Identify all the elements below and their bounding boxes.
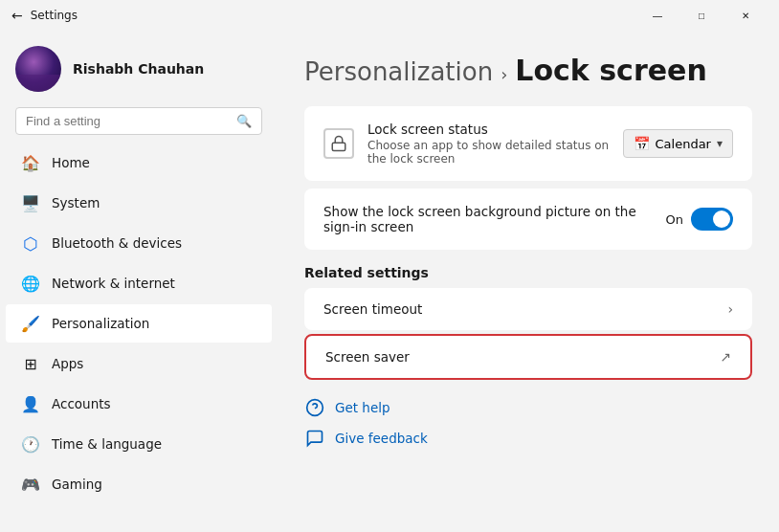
personalization-icon: 🖌️	[21, 314, 40, 333]
titlebar-controls: — □ ✕	[635, 0, 768, 31]
titlebar-left: ← Settings	[11, 8, 78, 23]
content-area: Personalization › Lock screen Lock scree…	[278, 31, 779, 532]
minimize-button[interactable]: —	[635, 0, 679, 31]
external-link-icon: ↗	[720, 349, 731, 365]
sidebar-item-home[interactable]: 🏠 Home	[6, 144, 272, 182]
toggle-label: On	[666, 212, 683, 227]
page-header: Personalization › Lock screen	[304, 54, 752, 87]
sidebar-item-system[interactable]: 🖥️ System	[6, 184, 272, 222]
sign-in-card: Show the lock screen background picture …	[304, 188, 752, 250]
sidebar-item-label: Network & internet	[52, 276, 175, 291]
give-feedback-link[interactable]: Give feedback	[304, 426, 752, 451]
toggle-container: On	[666, 208, 733, 231]
sidebar-item-label: System	[52, 195, 100, 211]
calendar-label: Calendar	[656, 137, 711, 151]
sidebar-item-bluetooth[interactable]: ⬡ Bluetooth & devices	[6, 224, 272, 262]
give-feedback-icon	[304, 428, 325, 449]
accounts-icon: 👤	[21, 394, 40, 413]
sidebar-item-label: Apps	[52, 356, 83, 371]
breadcrumb-current: Lock screen	[515, 54, 706, 87]
screen-timeout-row[interactable]: Screen timeout ›	[304, 288, 752, 330]
titlebar-title: Settings	[31, 9, 78, 22]
lock-status-desc: Choose an app to show detailed status on…	[367, 139, 610, 166]
sidebar: Rishabh Chauhan 🔍 🏠 Home 🖥️ System ⬡ Blu…	[0, 31, 278, 532]
avatar[interactable]	[15, 46, 61, 92]
back-icon[interactable]: ←	[11, 8, 23, 23]
gaming-icon: 🎮	[21, 475, 40, 494]
sign-in-row: Show the lock screen background picture …	[323, 204, 733, 234]
get-help-label: Get help	[335, 400, 390, 415]
sidebar-item-label: Personalization	[52, 316, 149, 331]
screen-saver-label: Screen saver	[325, 349, 410, 365]
search-input[interactable]	[26, 114, 229, 128]
time-icon: 🕐	[21, 434, 40, 454]
screen-timeout-label: Screen timeout	[323, 301, 422, 317]
lock-status-title: Lock screen status	[367, 122, 610, 137]
search-icon: 🔍	[236, 114, 252, 128]
sidebar-item-accounts[interactable]: 👤 Accounts	[6, 385, 272, 423]
titlebar: ← Settings — □ ✕	[0, 0, 779, 31]
chevron-right-icon: ›	[727, 301, 733, 317]
give-feedback-label: Give feedback	[335, 431, 428, 446]
sidebar-item-label: Home	[52, 155, 90, 170]
help-section: Get help Give feedback	[304, 395, 752, 451]
bluetooth-icon: ⬡	[21, 233, 40, 253]
sidebar-item-label: Accounts	[52, 396, 111, 411]
lock-status-card: Lock screen status Choose an app to show…	[304, 106, 752, 181]
sidebar-item-label: Gaming	[52, 477, 102, 492]
lock-screen-icon	[323, 128, 354, 159]
svg-rect-0	[332, 143, 345, 150]
sidebar-item-network[interactable]: 🌐 Network & internet	[6, 264, 272, 302]
lock-status-row: Lock screen status Choose an app to show…	[323, 122, 733, 166]
breadcrumb-parent: Personalization	[304, 57, 493, 86]
lock-status-text: Lock screen status Choose an app to show…	[367, 122, 610, 166]
calendar-icon: 📅	[634, 136, 650, 151]
screen-saver-row[interactable]: Screen saver ↗	[304, 334, 752, 380]
system-icon: 🖥️	[21, 193, 40, 212]
apps-icon: ⊞	[21, 354, 40, 373]
sidebar-item-time[interactable]: 🕐 Time & language	[6, 425, 272, 463]
dropdown-chevron: ▾	[717, 137, 723, 150]
sign-in-toggle[interactable]	[691, 208, 733, 231]
close-button[interactable]: ✕	[723, 0, 768, 31]
app-body: Rishabh Chauhan 🔍 🏠 Home 🖥️ System ⬡ Blu…	[0, 31, 779, 532]
network-icon: 🌐	[21, 274, 40, 293]
search-box[interactable]: 🔍	[15, 107, 262, 135]
home-icon: 🏠	[21, 153, 40, 172]
sign-in-text: Show the lock screen background picture …	[323, 204, 666, 234]
get-help-icon	[304, 397, 325, 418]
sidebar-item-gaming[interactable]: 🎮 Gaming	[6, 465, 272, 503]
sidebar-item-label: Bluetooth & devices	[52, 235, 182, 251]
profile-name: Rishabh Chauhan	[73, 61, 204, 77]
profile-section: Rishabh Chauhan	[0, 31, 278, 103]
sidebar-item-label: Time & language	[52, 436, 162, 452]
related-settings-header: Related settings	[304, 265, 752, 280]
sidebar-item-apps[interactable]: ⊞ Apps	[6, 344, 272, 383]
get-help-link[interactable]: Get help	[304, 395, 752, 420]
maximize-button[interactable]: □	[679, 0, 723, 31]
calendar-dropdown[interactable]: 📅 Calendar ▾	[623, 129, 734, 158]
sidebar-item-personalization[interactable]: 🖌️ Personalization	[6, 304, 272, 343]
breadcrumb-chevron: ›	[501, 64, 507, 84]
